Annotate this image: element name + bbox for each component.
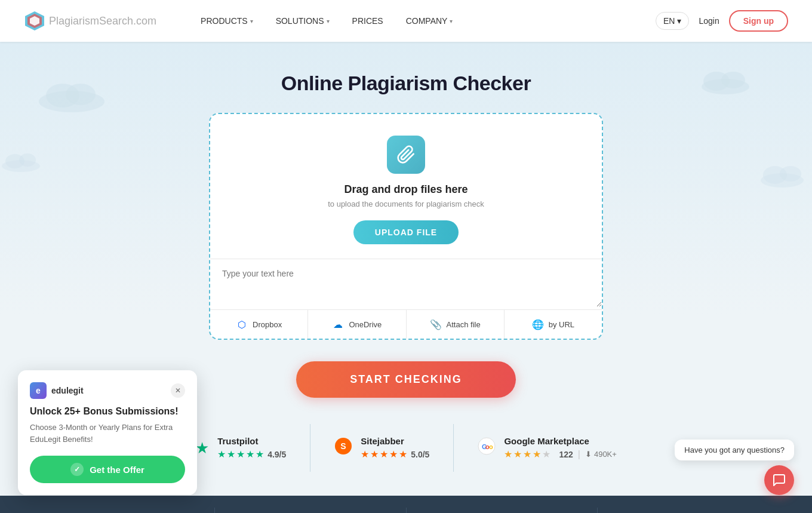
drag-sub: to upload the documents for plagiarism c…: [328, 199, 484, 208]
chat-button[interactable]: [764, 465, 794, 495]
cloud-decoration-4: [758, 161, 806, 191]
svg-text:S: S: [341, 441, 346, 451]
sitejabber-stars: ★ ★ ★ ★ ★: [361, 449, 407, 460]
popup-close-button[interactable]: ✕: [171, 383, 185, 398]
trustpilot-icon: ★: [195, 439, 209, 457]
check-icon: ✓: [70, 463, 84, 476]
attach-file-button[interactable]: 📎 Attach file: [407, 310, 505, 339]
trustpilot-stars: ★ ★ ★ ★ ★: [217, 449, 264, 460]
navbar: PlagiarismSearch.com PRODUCTS ▾ SOLUTION…: [0, 0, 812, 42]
sitejabber-rating: S Sitejabber ★ ★ ★ ★ ★ 5.0/5: [310, 424, 454, 472]
chat-icon: [772, 473, 786, 487]
svg-point-14: [780, 166, 801, 182]
nav-right: EN ▾ Login Sign up: [656, 10, 788, 32]
trustpilot-text: Trustpilot ★ ★ ★ ★ ★ 4.9/5: [217, 436, 286, 460]
logo-text: PlagiarismSearch.com: [49, 15, 156, 27]
dropbox-icon: ⬡: [236, 318, 248, 330]
chevron-down-icon: ▾: [327, 18, 330, 24]
chatbot-integration: 🤖 Chat bot Viber & Telegram bot: [598, 508, 788, 513]
signup-button[interactable]: Sign up: [729, 10, 788, 32]
download-icon: ⬇: [585, 450, 592, 459]
upload-box: Drag and drop files here to upload the d…: [209, 113, 603, 340]
cloud-decoration-3: [0, 149, 42, 176]
dropbox-button[interactable]: ⬡ Dropbox: [210, 310, 308, 339]
chevron-down-icon: ▾: [677, 16, 681, 26]
moodle-integration: moodle Moodle LMS Plug-in integration: [215, 508, 406, 513]
upload-file-button[interactable]: UPLOAD FILE: [353, 220, 459, 244]
nav-links: PRODUCTS ▾ SOLUTIONS ▾ PRICES COMPANY ▾: [192, 11, 656, 30]
logo[interactable]: PlagiarismSearch.com: [24, 10, 156, 32]
chevron-down-icon: ▾: [250, 18, 253, 24]
language-selector[interactable]: EN ▾: [656, 12, 689, 30]
nav-solutions[interactable]: SOLUTIONS ▾: [267, 11, 338, 30]
text-input[interactable]: [210, 259, 602, 307]
sitejabber-icon: S: [334, 437, 352, 459]
nav-prices[interactable]: PRICES: [344, 11, 392, 30]
svg-point-8: [721, 72, 745, 88]
svg-text:o: o: [489, 443, 493, 450]
cloud-decoration: [36, 78, 107, 116]
edulegit-icon: e: [30, 382, 47, 399]
popup-title: Unlock 25+ Bonus Submissions!: [30, 406, 185, 417]
upload-icon: [387, 136, 425, 174]
upload-area: Drag and drop files here to upload the d…: [210, 114, 602, 259]
google-docs-integration: Google Docs Add-on: analyze your documen…: [24, 508, 215, 513]
logo-icon: [24, 10, 45, 32]
start-checking-button[interactable]: START CHECKING: [296, 361, 516, 398]
chat-bubble: Have you got any questions?: [675, 440, 794, 460]
attach-icon: 📎: [430, 318, 442, 330]
by-url-button[interactable]: 🌐 by URL: [505, 310, 602, 339]
edulegit-popup: e edulegit ✕ Unlock 25+ Bonus Submission…: [18, 370, 197, 495]
nav-company[interactable]: COMPANY ▾: [398, 11, 462, 30]
popup-brand-name: edulegit: [51, 386, 84, 395]
popup-header: e edulegit ✕: [30, 382, 185, 399]
page-title: Online Plagiarism Checker: [0, 42, 812, 95]
svg-point-5: [66, 84, 96, 105]
chat-widget: Have you got any questions?: [675, 440, 794, 495]
popup-desc: Choose 3-Month or Yearly Plans for Extra…: [30, 422, 185, 445]
nav-products[interactable]: PRODUCTS ▾: [192, 11, 262, 30]
login-button[interactable]: Login: [699, 16, 719, 26]
get-offer-button[interactable]: ✓ Get the Offer: [30, 456, 185, 483]
onedrive-icon: ☁: [332, 318, 344, 330]
globe-icon: 🌐: [532, 318, 544, 330]
paperclip-icon: [396, 145, 416, 164]
google-stars: ★ ★ ★ ★ ★: [504, 449, 550, 460]
attach-row: ⬡ Dropbox ☁ OneDrive 📎 Attach file 🌐 by …: [210, 309, 602, 339]
cloud-decoration-2: [699, 66, 752, 98]
sitejabber-text: Sitejabber ★ ★ ★ ★ ★ 5.0/5: [361, 436, 429, 460]
footer-integrations: Google Docs Add-on: analyze your documen…: [0, 496, 812, 513]
google-text: Google Marketplace ★ ★ ★ ★ ★ 122 | ⬇ 490…: [504, 436, 616, 460]
google-icon: G o o: [478, 437, 496, 459]
drag-title: Drag and drop files here: [344, 183, 467, 196]
chevron-down-icon: ▾: [450, 18, 453, 24]
onedrive-button[interactable]: ☁ OneDrive: [308, 310, 406, 339]
api-integration: API API integration: [407, 508, 598, 513]
svg-point-11: [19, 153, 36, 167]
popup-brand: e edulegit: [30, 382, 84, 399]
google-rating: G o o Google Marketplace ★ ★ ★ ★ ★ 122: [454, 424, 640, 472]
